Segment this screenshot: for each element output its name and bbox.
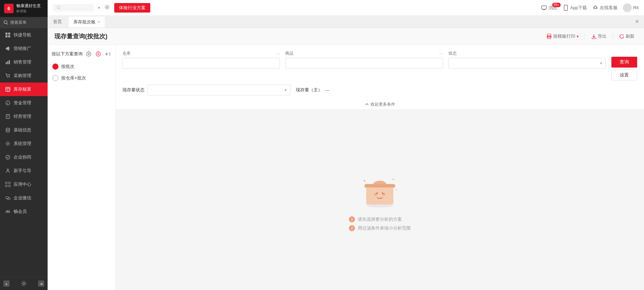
print-btn[interactable]: 按模板打印 ▾ (544, 32, 581, 41)
filter-product: 商品 ··· (285, 51, 443, 69)
svg-rect-17 (6, 114, 10, 119)
status-label-text: 状态 (448, 51, 457, 56)
topbar-gear-icon[interactable] (104, 4, 110, 12)
sidebar-item-finance[interactable]: ¥ 资金管理 (0, 96, 48, 110)
sidebar-item-newbie[interactable]: 新手引导 (0, 164, 48, 178)
right-area: 仓库 ··· 商品 ··· (116, 45, 644, 290)
report-icon (5, 113, 11, 120)
sidebar-item-system[interactable]: 系统管理 (0, 137, 48, 150)
product-label-text: 商品 (285, 51, 293, 56)
user-menu[interactable]: Rit (623, 3, 639, 12)
svg-point-22 (6, 155, 10, 159)
svg-text:✦: ✦ (363, 179, 366, 183)
plan-item-by-batch[interactable]: ● 按批次 (48, 61, 115, 72)
tabbar: 首页 库存批次账 × ✕ (48, 16, 644, 28)
svg-rect-2 (5, 33, 7, 35)
sidebar-item-sales[interactable]: 销售管理 (0, 55, 48, 69)
tab-home[interactable]: 首页 (48, 16, 67, 28)
svg-point-30 (23, 283, 25, 285)
experience-industry-btn[interactable]: 体验行业方案 (114, 3, 150, 13)
print-icon (546, 34, 552, 39)
settings-btn[interactable]: 设置 (611, 70, 637, 80)
product-input-field[interactable] (289, 61, 439, 66)
scroll-down-btn[interactable]: ◀ (38, 280, 44, 287)
warehouse-input-field[interactable] (126, 61, 276, 66)
nav-label-quick: 快捷导航 (14, 32, 31, 38)
sidebar-search[interactable]: 搜索菜单 (0, 17, 48, 28)
filter-status-label: 状态 (448, 51, 606, 56)
svg-point-31 (57, 6, 60, 9)
filter-section: 仓库 ··· 商品 ··· (116, 45, 644, 110)
topbar-search-icon (56, 5, 61, 10)
sidebar-item-purchase[interactable]: 采购管理 (0, 69, 48, 83)
inventory-qty-label: 现存量（主） (296, 87, 322, 93)
svg-rect-40 (547, 34, 551, 36)
tab-inventory-batch[interactable]: 库存批次账 × (69, 17, 105, 28)
empty-illustration: ✦ ✦ ✦ (356, 169, 404, 210)
app-download-btn[interactable]: App下载 (563, 5, 587, 11)
tab-home-label: 首页 (53, 19, 62, 25)
product-input[interactable] (285, 58, 443, 69)
nav-label-member: 畅会员 (14, 209, 27, 215)
svg-rect-7 (6, 62, 7, 64)
svg-line-1 (7, 23, 8, 25)
sidebar-item-inventory[interactable]: 库存核算 (0, 83, 48, 96)
warehouse-input[interactable] (122, 58, 280, 69)
sidebar-item-wechat[interactable]: 企业微信 (0, 191, 48, 205)
warehouse-more-btn[interactable]: ··· (276, 51, 280, 56)
filter-warehouse-label: 仓库 ··· (122, 51, 280, 56)
add-plan-btn[interactable] (85, 51, 92, 57)
plan-item-by-warehouse-batch[interactable]: ○ 按仓库+批次 (48, 72, 115, 84)
refresh-btn[interactable]: 刷新 (616, 32, 637, 41)
svg-rect-3 (8, 33, 10, 35)
grid-icon (5, 32, 11, 38)
svg-rect-24 (5, 182, 7, 184)
svg-text:¥: ¥ (6, 102, 9, 105)
inventory-status-select[interactable]: ▾ (147, 85, 290, 95)
sidebar-item-marketing[interactable]: 营销推广 (0, 42, 48, 55)
svg-rect-9 (9, 60, 10, 64)
topbar-search-input[interactable] (62, 5, 89, 10)
warehouse-label-text: 仓库 (122, 51, 131, 56)
tab-close-btn[interactable]: × (98, 20, 100, 24)
search-icon (3, 20, 8, 25)
collapse-filters-btn[interactable]: 收起更多条件 (122, 99, 637, 109)
sidebar-item-enterprise[interactable]: 企业协同 (0, 150, 48, 164)
sidebar-item-quick[interactable]: 快捷导航 (0, 28, 48, 42)
scroll-up-btn[interactable]: ▲ (3, 280, 10, 287)
nav-label-finance: 资金管理 (14, 100, 31, 106)
collapse-panel-btn[interactable] (104, 51, 111, 57)
export-icon (591, 34, 596, 39)
sidebar-item-member[interactable]: 畅会员 (0, 205, 48, 218)
refresh-label: 刷新 (626, 33, 634, 39)
settings-footer-icon[interactable] (21, 280, 27, 287)
topbar: ▾ 体验行业方案 消息 99+ App下载 在线客服 Rit (48, 0, 644, 16)
tab-close-page-btn[interactable]: ✕ (630, 16, 644, 28)
nav-label-newbie: 新手引导 (14, 168, 31, 174)
panel-title: 按以下方案查询 (52, 51, 83, 57)
svg-rect-27 (9, 185, 10, 187)
status-select[interactable]: ▾ (448, 58, 606, 69)
messages-btn[interactable]: 消息 99+ (541, 5, 557, 11)
nav-label-enterprise: 企业协同 (14, 154, 31, 160)
sidebar-item-operations[interactable]: 经营管理 (0, 110, 48, 123)
product-more-btn[interactable]: ··· (439, 51, 443, 56)
topbar-search-box[interactable] (53, 4, 94, 12)
collapse-icon (365, 102, 369, 107)
export-label: 导出 (598, 33, 607, 39)
phone-icon (563, 5, 569, 11)
panel-icons (85, 51, 111, 57)
sidebar-footer: ▲ ◀ (0, 277, 48, 290)
plan-settings-btn[interactable] (95, 51, 102, 57)
export-btn[interactable]: 导出 (589, 32, 609, 41)
nav-label-inventory: 库存核算 (14, 86, 31, 92)
svg-point-11 (9, 77, 10, 78)
sidebar-item-apps[interactable]: 应用中心 (0, 178, 48, 191)
query-btn[interactable]: 查询 (611, 57, 637, 68)
topbar-chevron-icon[interactable]: ▾ (98, 5, 100, 10)
sidebar-item-basic[interactable]: 基础信息 (0, 123, 48, 137)
print-dropdown-icon[interactable]: ▾ (577, 34, 579, 39)
tab-inventory-batch-label: 库存批次账 (73, 19, 96, 25)
online-service-btn[interactable]: 在线客服 (592, 5, 617, 11)
main-area: ▾ 体验行业方案 消息 99+ App下载 在线客服 Rit (48, 0, 644, 290)
